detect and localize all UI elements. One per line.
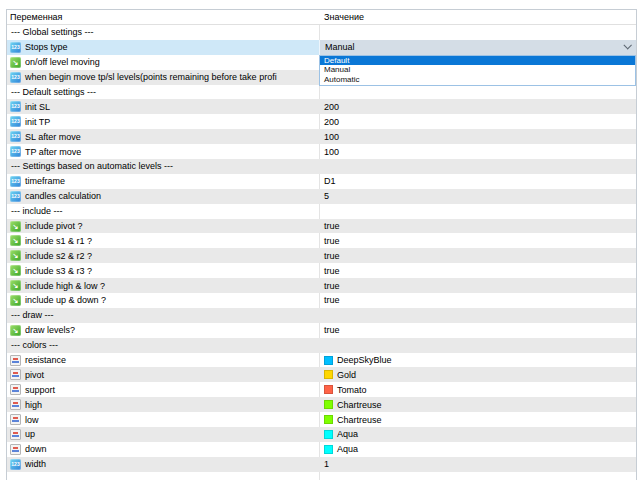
dropdown-item[interactable]: Automatic [320,75,635,85]
param-value-cell[interactable]: Chartreuse [319,397,636,412]
param-value-cell[interactable]: true [319,263,636,278]
bool-icon: ↘ [10,250,21,261]
param-value-cell [319,159,636,174]
param-label: init SL [25,102,50,112]
numeric-icon: 123 [10,146,21,157]
param-value-cell[interactable]: 100 [319,144,636,159]
table-row[interactable]: 123init SL200 [7,99,636,114]
param-label: resistance [25,355,66,365]
param-value-cell [319,25,636,40]
table-row[interactable]: lowChartreuse [7,412,636,427]
param-label: init TP [25,117,50,127]
numeric-icon: 123 [10,176,21,187]
param-label: include up & down ? [25,295,106,305]
param-value-cell[interactable]: DeepSkyBlue [319,353,636,368]
param-value: D1 [324,176,336,186]
numeric-icon: 123 [10,459,21,470]
color-swatch [324,415,333,424]
table-row[interactable]: 123TP after move100 [7,144,636,159]
param-value-cell[interactable]: true [319,248,636,263]
table-row[interactable]: 123SL after move100 [7,129,636,144]
param-label: include high & low ? [25,281,105,291]
table-row[interactable]: ↘include s3 & r3 ?true [7,263,636,278]
table-row[interactable]: ↘include up & down ?true [7,293,636,308]
param-value-cell[interactable]: true [319,293,636,308]
table-row[interactable]: ↘include pivot ?true [7,219,636,234]
param-value-cell[interactable]: 200 [319,114,636,129]
param-label: include pivot ? [25,221,83,231]
param-value-cell [319,308,636,323]
table-row[interactable]: ↘include s1 & r1 ?true [7,233,636,248]
numeric-icon: 123 [10,131,21,142]
param-value: true [324,325,340,335]
stops-type-combobox[interactable]: Manual [319,40,636,55]
column-header-variable[interactable]: Переменная [7,10,319,24]
param-value-cell[interactable]: true [319,219,636,234]
table-row[interactable]: 123timeframeD1 [7,174,636,189]
param-value-cell[interactable]: true [319,278,636,293]
table-row[interactable]: ↘draw levels?true [7,323,636,338]
param-value-cell[interactable]: 5 [319,189,636,204]
param-value-cell[interactable]: Aqua [319,442,636,457]
table-row[interactable]: ↘include s2 & r2 ?true [7,248,636,263]
dropdown-item[interactable]: Manual [320,65,635,75]
dropdown-item[interactable]: Default [320,56,635,66]
param-value-cell[interactable]: 100 [319,129,636,144]
parameters-table: Переменная Значение --- Global settings … [6,9,637,480]
chevron-down-icon [623,41,631,49]
param-value-cell[interactable]: Aqua [319,427,636,442]
param-value-cell[interactable]: true [319,233,636,248]
parameter-rows: --- Global settings ---123Stops typeManu… [7,25,636,472]
param-value: 100 [324,147,339,157]
table-row[interactable]: 123Stops typeManual [7,40,636,55]
param-label: SL after move [25,132,81,142]
numeric-icon: 123 [10,72,21,83]
section-row: --- Default settings --- [7,85,636,100]
param-value: Chartreuse [337,415,382,425]
param-value-cell[interactable]: Gold [319,367,636,382]
table-row[interactable]: highChartreuse [7,397,636,412]
param-label: support [25,385,55,395]
param-value: true [324,236,340,246]
table-row[interactable]: resistanceDeepSkyBlue [7,353,636,368]
param-value: Gold [337,370,356,380]
numeric-icon: 123 [10,116,21,127]
bool-icon: ↘ [10,325,21,336]
table-row[interactable]: pivotGold [7,367,636,382]
color-swatch [324,400,333,409]
color-swatch [324,385,333,394]
param-value-cell[interactable]: Tomato [319,382,636,397]
param-value: true [324,221,340,231]
table-row[interactable]: ↘include high & low ?true [7,278,636,293]
section-label: --- Global settings --- [9,27,94,37]
color-swatch [324,356,333,365]
table-row[interactable]: 123init TP200 [7,114,636,129]
dropdown-list: DefaultManualAutomatic [319,55,636,86]
table-row[interactable]: 123candles calculation5 [7,189,636,204]
column-header-value[interactable]: Значение [319,10,636,24]
param-value-cell[interactable]: 1 [319,457,636,472]
bool-icon: ↘ [10,295,21,306]
param-value: Aqua [337,429,358,439]
param-value-cell: Manual [319,40,636,55]
param-label: candles calculation [25,191,101,201]
param-value: true [324,295,340,305]
param-value-cell[interactable]: 200 [319,99,636,114]
param-value-cell [319,204,636,219]
param-label: timeframe [25,176,65,186]
param-label: draw levels? [25,325,75,335]
color-swatch [324,445,333,454]
table-row[interactable]: downAqua [7,442,636,457]
table-row[interactable]: supportTomato [7,382,636,397]
param-label: low [25,415,39,425]
param-value: Aqua [337,444,358,454]
param-value: true [324,266,340,276]
table-row[interactable]: upAqua [7,427,636,442]
color-icon [10,369,21,380]
param-value-cell[interactable]: D1 [319,174,636,189]
param-value-cell[interactable]: Chartreuse [319,412,636,427]
param-label: include s3 & r3 ? [25,266,92,276]
param-value-cell[interactable]: true [319,323,636,338]
param-label: up [25,429,35,439]
table-row[interactable]: 123width1 [7,457,636,472]
